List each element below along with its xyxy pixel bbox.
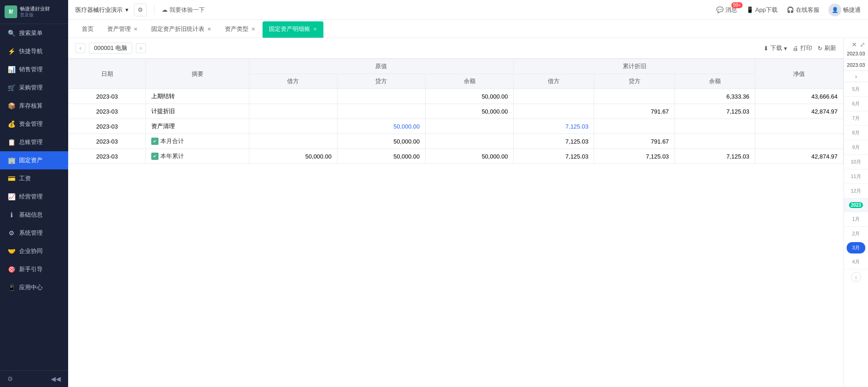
- sidebar-item-system[interactable]: ⚙ 系统管理: [0, 224, 68, 242]
- timeline-month-2[interactable]: 2月: [844, 227, 868, 241]
- tab-depreciation-stats-label: 固定资产折旧统计表: [151, 25, 204, 33]
- year-badge-2023: 2023: [849, 202, 863, 208]
- timeline-month-6[interactable]: 6月: [844, 97, 868, 111]
- table-row: 2023-03 上期结转 50,000.00 6,333.36 43,666.6…: [69, 89, 843, 104]
- timeline-close-button[interactable]: ✕: [852, 41, 857, 48]
- tab-depreciation-stats-close[interactable]: ✕: [207, 26, 211, 32]
- message-icon: 💬: [716, 6, 724, 13]
- settings-bottom-icon[interactable]: ⚙: [7, 375, 13, 382]
- company-name: 医疗器械行业演示: [75, 6, 123, 14]
- sidebar-item-enterprise[interactable]: 🤝 企业协同: [0, 242, 68, 260]
- tab-asset-type-label: 资产类型: [225, 25, 248, 33]
- tab-asset-management-close[interactable]: ✕: [134, 26, 138, 32]
- tab-asset-detail[interactable]: 固定资产明细账 ✕: [263, 21, 323, 38]
- ledger-icon: 📋: [7, 138, 15, 146]
- timeline-month-4[interactable]: 4月: [844, 255, 868, 269]
- experience-icon: ☁: [162, 6, 168, 13]
- sidebar-label-search: 搜索菜单: [19, 29, 43, 37]
- cell-dep-balance: 7,125.03: [675, 149, 755, 164]
- sidebar-item-fixed-assets[interactable]: 🏢 固定资产: [0, 151, 68, 169]
- sidebar-item-funds[interactable]: 💰 资金管理: [0, 115, 68, 133]
- cell-dep-credit: 791.67: [594, 134, 675, 149]
- timeline-month-9[interactable]: 9月: [844, 140, 868, 155]
- cell-orig-credit: [337, 89, 425, 104]
- cell-orig-debit: [249, 134, 337, 149]
- tab-asset-detail-close[interactable]: ✕: [313, 26, 317, 32]
- sidebar-item-search[interactable]: 🔍 搜索菜单: [0, 24, 68, 42]
- settings-button[interactable]: ⚙: [134, 4, 147, 16]
- timeline-month-1[interactable]: 1月: [844, 212, 868, 227]
- user-profile[interactable]: 👤 畅捷通: [828, 4, 861, 16]
- cell-orig-debit: [249, 119, 337, 134]
- next-asset-button[interactable]: ›: [136, 43, 146, 53]
- timeline-scroll-down-icon[interactable]: ↓: [851, 272, 861, 282]
- cell-summary: ✔本月合计: [146, 134, 249, 149]
- company-selector[interactable]: 医疗器械行业演示 ▾: [75, 6, 129, 14]
- tab-depreciation-stats[interactable]: 固定资产折旧统计表 ✕: [145, 21, 218, 38]
- prev-asset-button[interactable]: ‹: [75, 43, 85, 53]
- tab-asset-management[interactable]: 资产管理 ✕: [101, 21, 144, 38]
- app-download-button[interactable]: 📱 App下载: [746, 6, 778, 14]
- cell-net-value: [755, 119, 843, 134]
- tab-asset-type[interactable]: 资产类型 ✕: [218, 21, 262, 38]
- sidebar-item-operations[interactable]: 📈 经营管理: [0, 188, 68, 206]
- timeline-month-12[interactable]: 12月: [844, 184, 868, 198]
- print-label: 打印: [800, 44, 812, 52]
- cell-dep-debit: [514, 104, 594, 119]
- collapse-icon[interactable]: ◀◀: [51, 375, 61, 382]
- timeline-month-10[interactable]: 10月: [844, 155, 868, 169]
- tab-asset-type-close[interactable]: ✕: [251, 26, 255, 32]
- sidebar-item-sales[interactable]: 📊 销售管理: [0, 60, 68, 79]
- timeline-close-row: ✕ ⤢: [844, 38, 868, 48]
- timeline-month-8[interactable]: 8月: [844, 126, 868, 140]
- timeline-collapse-icon[interactable]: ›: [855, 73, 857, 80]
- cell-dep-debit: [514, 89, 594, 104]
- timeline-month-5[interactable]: 5月: [844, 82, 868, 97]
- col-summary: 摘要: [146, 59, 249, 89]
- guide-icon: 🎯: [7, 265, 15, 273]
- tab-asset-detail-label: 固定资产明细账: [269, 25, 310, 33]
- sidebar-item-guide[interactable]: 🎯 新手引导: [0, 260, 68, 278]
- sidebar-label-fixed-assets: 固定资产: [19, 156, 43, 164]
- cell-orig-debit: [249, 104, 337, 119]
- app-title: 畅捷通好业财: [20, 5, 50, 12]
- customer-service-button[interactable]: 🎧 在线客服: [787, 6, 819, 14]
- cell-net-value: 42,874.97: [755, 149, 843, 164]
- topbar-divider: [154, 5, 154, 15]
- sidebar-label-operations: 经营管理: [19, 193, 43, 201]
- inventory-icon: 📦: [7, 102, 15, 110]
- timeline-month-7[interactable]: 7月: [844, 111, 868, 126]
- sidebar-item-inventory[interactable]: 📦 库存核算: [0, 97, 68, 115]
- table-row: 2023-03 资产清理 50,000.00 7,125.03: [69, 119, 843, 134]
- cell-orig-balance: 50,000.00: [426, 89, 514, 104]
- tab-home-label: 首页: [82, 25, 94, 33]
- sidebar-item-app-center[interactable]: 📱 应用中心: [0, 278, 68, 297]
- col-dep-debit: 借方: [514, 74, 594, 89]
- cell-orig-debit: 50,000.00: [249, 149, 337, 164]
- content-area: ‹ 000001 电脑 › ⬇ 下载 ▾ 🖨 打印 ↻ 刷新: [68, 38, 868, 387]
- basic-info-icon: ℹ: [7, 211, 15, 219]
- asset-nav-actions: ⬇ 下载 ▾ 🖨 打印 ↻ 刷新: [764, 44, 836, 52]
- cell-summary: 资产清理: [146, 119, 249, 134]
- data-table-wrap: 日期 摘要 原值 累计折旧 净值 借方 贷方 余额 借方 贷方 余额: [68, 59, 843, 387]
- download-button[interactable]: ⬇ 下载 ▾: [764, 44, 787, 52]
- timeline-month-3[interactable]: 3月: [847, 242, 865, 254]
- timeline-expand-button[interactable]: ⤢: [860, 41, 865, 48]
- cell-orig-balance: [426, 119, 514, 134]
- sidebar-item-quick-nav[interactable]: ⚡ 快捷导航: [0, 42, 68, 60]
- messages-button[interactable]: 💬 消息 99+: [716, 6, 737, 14]
- cell-date: 2023-03: [69, 104, 146, 119]
- cell-dep-balance: [675, 119, 755, 134]
- timeline-month-11[interactable]: 11月: [844, 169, 868, 184]
- print-button[interactable]: 🖨 打印: [793, 44, 812, 52]
- sidebar-item-payroll[interactable]: 💳 工资: [0, 169, 68, 188]
- cell-orig-credit: 50,000.00: [337, 149, 425, 164]
- refresh-button[interactable]: ↻ 刷新: [818, 44, 836, 52]
- sidebar-item-ledger[interactable]: 📋 总账管理: [0, 133, 68, 151]
- tab-home[interactable]: 首页: [75, 21, 100, 38]
- cell-dep-credit: 791.67: [594, 104, 675, 119]
- sidebar-item-purchase[interactable]: 🛒 采购管理: [0, 79, 68, 97]
- experience-button[interactable]: ☁ 我要体验一下: [162, 6, 205, 14]
- sidebar-item-basic-info[interactable]: ℹ 基础信息: [0, 206, 68, 224]
- enterprise-icon: 🤝: [7, 247, 15, 255]
